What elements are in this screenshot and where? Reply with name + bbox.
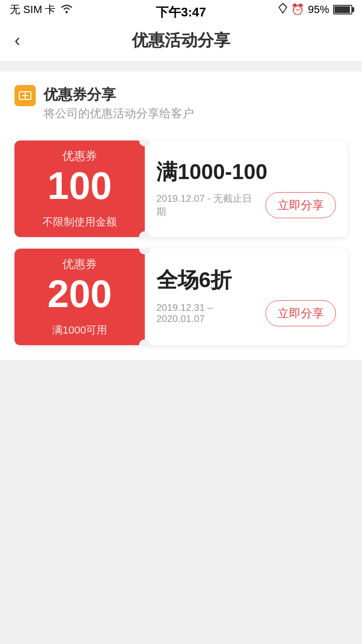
coupon-type-1: 优惠券 bbox=[62, 148, 97, 164]
coupon-date-row-1: 2019.12.07 - 无截止日期 立即分享 bbox=[156, 192, 336, 218]
coupon-name-1: 满1000-100 bbox=[156, 159, 336, 185]
svg-point-0 bbox=[66, 11, 68, 14]
coupon-date-row-2: 2019.12.31 – 2020.01.07 立即分享 bbox=[156, 300, 336, 326]
status-right: ⏰ 95% bbox=[278, 3, 352, 16]
wifi-icon bbox=[59, 3, 74, 16]
battery-percent: 95% bbox=[308, 3, 329, 16]
coupon-date-1: 2019.12.07 - 无截止日期 bbox=[156, 192, 260, 218]
coupon-left-2: 优惠券 200 满1000可用 bbox=[14, 249, 145, 345]
share-button-1[interactable]: 立即分享 bbox=[265, 192, 336, 218]
section-text: 优惠券分享 将公司的优惠活动分享给客户 bbox=[43, 85, 194, 121]
coupon-card: 优惠券 100 不限制使用金额 满1000-100 2019.12.07 - 无… bbox=[14, 140, 348, 237]
svg-point-2 bbox=[21, 93, 23, 95]
section-title: 优惠券分享 bbox=[43, 85, 194, 104]
coupon-share-icon bbox=[14, 85, 36, 106]
coupon-right-1: 满1000-100 2019.12.07 - 无截止日期 立即分享 bbox=[145, 140, 348, 237]
section-header: 优惠券分享 将公司的优惠活动分享给客户 bbox=[0, 71, 362, 131]
coupon-right-2: 全场6折 2019.12.31 – 2020.01.07 立即分享 bbox=[145, 249, 348, 345]
clock-icon: ⏰ bbox=[291, 3, 304, 16]
coupon-condition-1: 不限制使用金额 bbox=[42, 215, 117, 229]
coupon-condition-2: 满1000可用 bbox=[52, 323, 108, 337]
bottom-area bbox=[0, 360, 362, 630]
coupon-amount-2: 200 bbox=[47, 275, 111, 313]
battery-icon bbox=[333, 5, 352, 14]
status-bar: 无 SIM 卡 下午3:47 ⏰ 95% bbox=[0, 0, 362, 19]
coupon-date-2: 2019.12.31 – 2020.01.07 bbox=[156, 302, 260, 324]
section-divider bbox=[0, 62, 362, 71]
share-button-2[interactable]: 立即分享 bbox=[265, 300, 336, 326]
coupon-card-2: 优惠券 200 满1000可用 全场6折 2019.12.31 – 2020.0… bbox=[14, 249, 348, 345]
back-button[interactable]: ‹ bbox=[14, 32, 20, 49]
coupon-list: 优惠券 100 不限制使用金额 满1000-100 2019.12.07 - 无… bbox=[0, 131, 362, 360]
section-subtitle: 将公司的优惠活动分享给客户 bbox=[43, 106, 194, 121]
nav-bar: ‹ 优惠活动分享 bbox=[0, 19, 362, 62]
location-icon bbox=[278, 3, 287, 16]
coupon-amount-1: 100 bbox=[47, 167, 111, 205]
coupon-left-1: 优惠券 100 不限制使用金额 bbox=[14, 140, 145, 237]
carrier-text: 无 SIM 卡 bbox=[10, 2, 56, 17]
nav-title: 优惠活动分享 bbox=[132, 29, 230, 52]
coupon-name-2: 全场6折 bbox=[156, 267, 336, 293]
status-time: 下午3:47 bbox=[156, 4, 206, 21]
svg-point-3 bbox=[27, 97, 29, 98]
status-left: 无 SIM 卡 bbox=[10, 2, 74, 17]
coupon-type-2: 优惠券 bbox=[62, 256, 97, 272]
